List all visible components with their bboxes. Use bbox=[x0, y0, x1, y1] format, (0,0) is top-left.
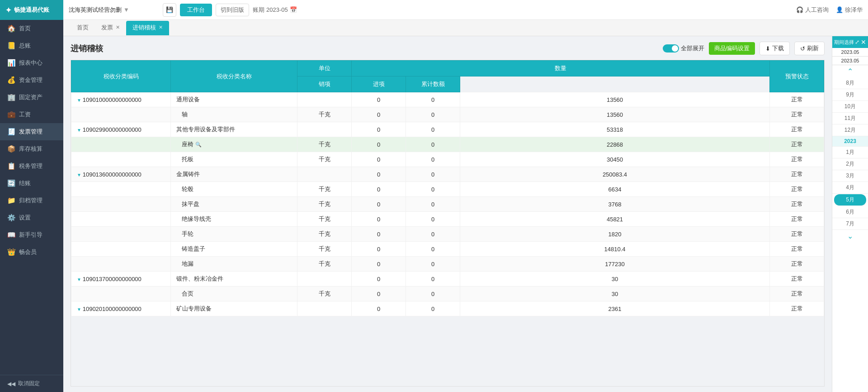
cell-unit-9: 千克 bbox=[297, 227, 352, 242]
tabbar: 首页发票✕进销稽核✕ bbox=[63, 20, 868, 36]
tab-1[interactable]: 发票✕ bbox=[95, 21, 126, 35]
sidebar-item-7[interactable]: 📦库存核算 bbox=[0, 140, 63, 158]
period-month-0[interactable]: 8月 bbox=[832, 77, 868, 89]
sidebar-label-3: 资金管理 bbox=[19, 76, 42, 84]
sidebar-icon-0: 🏠 bbox=[7, 24, 15, 33]
sidebar-item-2[interactable]: 📊报表中心 bbox=[0, 54, 63, 72]
user-menu[interactable]: 👤 徐泽华 bbox=[836, 6, 863, 14]
period-range-end: 2023.05 bbox=[832, 57, 868, 65]
period-month-6[interactable]: 1月 bbox=[832, 147, 868, 158]
sidebar-item-6[interactable]: 🧾发票管理 bbox=[0, 123, 63, 140]
period-month-10[interactable]: 5月 bbox=[834, 194, 866, 206]
support-link[interactable]: 🎧 人工咨询 bbox=[796, 6, 829, 14]
sidebar-item-1[interactable]: 📒总账 bbox=[0, 37, 63, 54]
cell-code-10 bbox=[71, 242, 171, 257]
sidebar-footer-cancel-pin[interactable]: ◀◀ 取消固定 bbox=[0, 375, 63, 392]
expand-toggle[interactable]: 全部展开 bbox=[663, 44, 704, 53]
cell-unit-2 bbox=[297, 122, 352, 137]
period-scroll-down[interactable]: ⌄ bbox=[832, 230, 868, 242]
sidebar-item-13[interactable]: 👑畅会员 bbox=[0, 244, 63, 261]
sidebar: ✦ 畅捷通易代账 🏠首页📒总账📊报表中心💰资金管理🏢固定资产💼工资🧾发票管理📦库… bbox=[0, 0, 63, 392]
cell-cumulative-3: 22868 bbox=[460, 137, 770, 152]
close-panel-button[interactable]: ✕ bbox=[861, 38, 866, 46]
period-month-8[interactable]: 3月 bbox=[832, 170, 868, 182]
download-button[interactable]: ⬇ 下载 bbox=[760, 42, 790, 55]
switch-version-button[interactable]: 切到旧版 bbox=[216, 4, 249, 16]
period-month-4[interactable]: 12月 bbox=[832, 124, 868, 136]
cell-purchase-12: 0 bbox=[406, 272, 460, 287]
period-month-5[interactable]: 2023 bbox=[832, 136, 868, 147]
cell-cumulative-0: 13560 bbox=[460, 92, 770, 107]
cell-cumulative-13: 30 bbox=[460, 287, 770, 301]
period-label: 账期 bbox=[253, 6, 264, 14]
period-month-7[interactable]: 2月 bbox=[832, 158, 868, 170]
sidebar-icon-1: 📒 bbox=[7, 42, 15, 50]
sidebar-icon-5: 💼 bbox=[7, 110, 15, 119]
sidebar-item-8[interactable]: 📋税务管理 bbox=[0, 158, 63, 175]
cell-purchase-5: 0 bbox=[406, 167, 460, 182]
expand-icon-5[interactable]: ▼ bbox=[77, 172, 83, 177]
cell-name-7: 抹平盘 bbox=[171, 197, 297, 212]
expand-panel-icon[interactable]: ⤢ bbox=[855, 39, 859, 45]
tab-close-2[interactable]: ✕ bbox=[159, 24, 163, 30]
save-button[interactable]: 💾 bbox=[163, 3, 176, 17]
cell-unit-12 bbox=[297, 272, 352, 287]
workbench-button[interactable]: 工作台 bbox=[180, 4, 212, 16]
period-month-12[interactable]: 7月 bbox=[832, 218, 868, 230]
cell-warning-12: 正常 bbox=[770, 272, 824, 287]
sidebar-item-12[interactable]: 📖新手引导 bbox=[0, 226, 63, 244]
main-area: 沈海英测试经营勿删 ▼ 💾 工作台 切到旧版 账期 2023-05 📅 🎧 人工… bbox=[63, 0, 868, 392]
cell-warning-9: 正常 bbox=[770, 227, 824, 242]
expand-icon-14[interactable]: ▼ bbox=[77, 307, 83, 312]
cell-unit-10: 千克 bbox=[297, 242, 352, 257]
cell-name-9: 手轮 bbox=[171, 227, 297, 242]
sidebar-label-0: 首页 bbox=[19, 24, 31, 33]
product-code-settings-button[interactable]: 商品编码设置 bbox=[709, 42, 755, 55]
cell-cumulative-6: 6634 bbox=[460, 182, 770, 197]
period-month-1[interactable]: 9月 bbox=[832, 89, 868, 101]
tab-0[interactable]: 首页 bbox=[71, 21, 95, 35]
page-title: 进销稽核 bbox=[71, 43, 103, 54]
content: 进销稽核 全部展开 商品编码设置 ⬇ 下载 ↺ 刷新 bbox=[63, 36, 868, 392]
download-icon: ⬇ bbox=[765, 45, 770, 52]
cell-cumulative-11: 177230 bbox=[460, 257, 770, 272]
sidebar-icon-4: 🏢 bbox=[7, 93, 15, 101]
expand-toggle-switch[interactable] bbox=[663, 44, 679, 53]
sidebar-item-4[interactable]: 🏢固定资产 bbox=[0, 89, 63, 106]
period-month-2[interactable]: 10月 bbox=[832, 101, 868, 113]
cell-purchase-11: 0 bbox=[406, 257, 460, 272]
cell-purchase-14: 0 bbox=[406, 301, 460, 316]
sidebar-label-2: 报表中心 bbox=[19, 59, 42, 67]
cell-purchase-3: 0 bbox=[406, 137, 460, 152]
tab-close-1[interactable]: ✕ bbox=[116, 24, 120, 30]
cell-unit-14 bbox=[297, 301, 352, 316]
company-selector[interactable]: 沈海英测试经营勿删 ▼ bbox=[69, 6, 159, 14]
sidebar-item-3[interactable]: 💰资金管理 bbox=[0, 72, 63, 89]
sidebar-item-10[interactable]: 📁归档管理 bbox=[0, 192, 63, 209]
sidebar-icon-8: 📋 bbox=[7, 162, 15, 170]
cell-purchase-9: 0 bbox=[406, 227, 460, 242]
cell-sales-12: 0 bbox=[352, 272, 406, 287]
expand-icon-0[interactable]: ▼ bbox=[77, 98, 83, 103]
calendar-icon: 📅 bbox=[290, 6, 297, 13]
sidebar-item-9[interactable]: 🔄结账 bbox=[0, 175, 63, 192]
cell-code-14: ▼ 109020100000000000 bbox=[71, 301, 171, 316]
sidebar-item-0[interactable]: 🏠首页 bbox=[0, 20, 63, 37]
cell-warning-1: 正常 bbox=[770, 107, 824, 122]
sidebar-item-11[interactable]: ⚙️设置 bbox=[0, 209, 63, 226]
tab-2[interactable]: 进销稽核✕ bbox=[126, 21, 169, 35]
period-month-9[interactable]: 4月 bbox=[832, 182, 868, 194]
sidebar-label-6: 发票管理 bbox=[19, 128, 42, 136]
expand-icon-2[interactable]: ▼ bbox=[77, 128, 83, 133]
sidebar-item-5[interactable]: 💼工资 bbox=[0, 106, 63, 123]
content-main: 进销稽核 全部展开 商品编码设置 ⬇ 下载 ↺ 刷新 bbox=[63, 36, 832, 392]
cell-cumulative-12: 30 bbox=[460, 272, 770, 287]
sidebar-nav: 🏠首页📒总账📊报表中心💰资金管理🏢固定资产💼工资🧾发票管理📦库存核算📋税务管理🔄… bbox=[0, 20, 63, 375]
cell-purchase-0: 0 bbox=[406, 92, 460, 107]
period-scroll-up[interactable]: ⌃ bbox=[832, 65, 868, 77]
search-icon-3[interactable]: 🔍 bbox=[195, 142, 202, 147]
refresh-button[interactable]: ↺ 刷新 bbox=[794, 42, 825, 55]
period-month-11[interactable]: 6月 bbox=[832, 206, 868, 218]
expand-icon-12[interactable]: ▼ bbox=[77, 277, 83, 282]
period-month-3[interactable]: 11月 bbox=[832, 113, 868, 124]
